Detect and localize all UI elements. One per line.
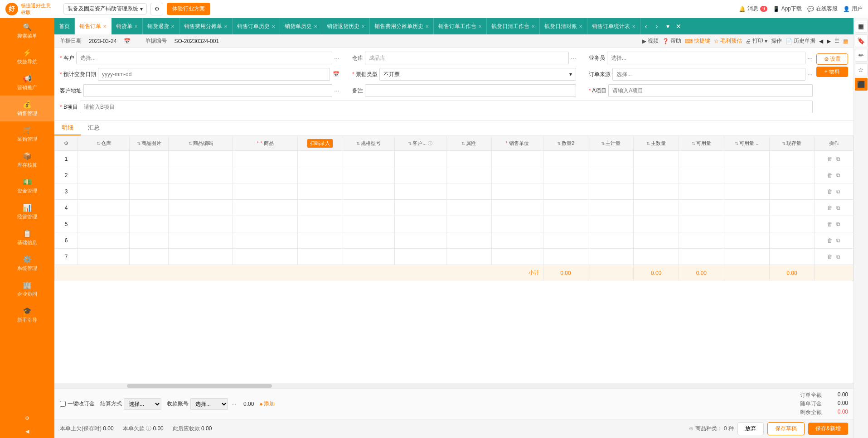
row-attr-2[interactable] bbox=[446, 167, 491, 183]
row-customer-code-4[interactable] bbox=[394, 200, 446, 216]
th-stock[interactable]: ⇅现存量 bbox=[769, 136, 815, 151]
current-due-help-icon[interactable]: ⓘ bbox=[146, 425, 151, 432]
row-product-6[interactable] bbox=[233, 232, 298, 249]
sidebar-item-inventory[interactable]: 📦 库存核算 bbox=[0, 147, 54, 173]
right-panel-icon-1[interactable]: ▦ bbox=[855, 20, 868, 33]
row-spec-7[interactable] bbox=[343, 249, 394, 265]
b-project-input[interactable] bbox=[80, 101, 813, 113]
staff-input[interactable] bbox=[607, 52, 805, 64]
view-list-icon[interactable]: ☰ bbox=[834, 38, 839, 44]
delete-icon-2[interactable]: 🗑 bbox=[827, 172, 833, 178]
industry-button[interactable]: 体验行业方案 bbox=[167, 3, 210, 15]
row-main-qty-7[interactable] bbox=[634, 249, 679, 265]
row-product-4[interactable] bbox=[233, 200, 298, 216]
sidebar-item-enterprise[interactable]: 🏢 企业协同 bbox=[0, 276, 54, 302]
row-sku-3[interactable] bbox=[168, 183, 233, 200]
row-attr-6[interactable] bbox=[446, 232, 491, 249]
row-main-qty-2[interactable] bbox=[634, 167, 679, 183]
row-spec-4[interactable] bbox=[343, 200, 394, 216]
save-new-button[interactable]: 保存&新增 bbox=[808, 423, 848, 435]
row-main-qty-1[interactable] bbox=[634, 151, 679, 167]
tab-close-daily-reconcile[interactable]: ✕ bbox=[579, 24, 582, 29]
sidebar-settings-bottom[interactable]: ⚙ bbox=[0, 412, 54, 425]
tab-sales-stat[interactable]: 销售订单统计表 ✕ bbox=[587, 18, 640, 34]
row-spec-3[interactable] bbox=[343, 183, 394, 200]
row-warehouse-2[interactable] bbox=[78, 167, 130, 183]
row-spec-6[interactable] bbox=[343, 232, 394, 249]
row-warehouse-7[interactable] bbox=[78, 249, 130, 265]
tab-prev-button[interactable]: ‹ bbox=[640, 18, 651, 34]
row-qty2-4[interactable] bbox=[543, 200, 588, 216]
row-ops-5[interactable]: 🗑 ⧉ bbox=[815, 216, 853, 232]
sidebar-item-purchase[interactable]: 🛒 采购管理 bbox=[0, 121, 54, 147]
row-qty2-6[interactable] bbox=[543, 232, 588, 249]
row-sku-4[interactable] bbox=[168, 200, 233, 216]
calendar-icon[interactable]: 📅 bbox=[124, 38, 131, 44]
row-qty2-2[interactable] bbox=[543, 167, 588, 183]
tab-expense-history[interactable]: 销售费用分摊单历史 ✕ bbox=[370, 18, 434, 34]
barcode-scan-button[interactable]: 扫码录入 bbox=[307, 139, 333, 148]
row-qty2-7[interactable] bbox=[543, 249, 588, 265]
row-unit-1[interactable] bbox=[491, 151, 543, 167]
tab-close-all-button[interactable]: ✕ bbox=[673, 18, 684, 34]
row-spec-5[interactable] bbox=[343, 216, 394, 232]
row-barcode-5[interactable] bbox=[297, 216, 343, 232]
row-attr-5[interactable] bbox=[446, 216, 491, 232]
row-barcode-4[interactable] bbox=[297, 200, 343, 216]
tab-close-daily-workbench[interactable]: ✕ bbox=[531, 24, 535, 29]
row-qty2-5[interactable] bbox=[543, 216, 588, 232]
tab-sales-workbench[interactable]: 销售订单工作台 ✕ bbox=[434, 18, 487, 34]
row-unit-4[interactable] bbox=[491, 200, 543, 216]
th-avail2[interactable]: ⇅可用量... bbox=[724, 136, 769, 151]
row-warehouse-6[interactable] bbox=[78, 232, 130, 249]
th-sku[interactable]: ⇅商品编码 bbox=[168, 136, 233, 151]
add-material-button[interactable]: + 物料 bbox=[816, 67, 848, 77]
print-button[interactable]: 🖨 打印 ▾ bbox=[746, 37, 767, 45]
delete-icon-4[interactable]: 🗑 bbox=[827, 205, 833, 211]
row-qty2-3[interactable] bbox=[543, 183, 588, 200]
row-barcode-1[interactable] bbox=[297, 151, 343, 167]
th-qty2[interactable]: ⇅数量2 bbox=[543, 136, 588, 151]
row-warehouse-1[interactable] bbox=[78, 151, 130, 167]
shortcut-button[interactable]: ⌨ 快捷键 bbox=[685, 37, 710, 45]
row-attr-3[interactable] bbox=[446, 183, 491, 200]
tab-daily-reconcile[interactable]: 钱货日清对账 ✕ bbox=[540, 18, 587, 34]
grid-view-icon[interactable]: ▦ bbox=[843, 38, 848, 44]
tab-invoice-history[interactable]: 销货单历史 ✕ bbox=[280, 18, 322, 34]
invoice-select[interactable]: 不开票 ▾ bbox=[379, 68, 576, 81]
row-customer-code-3[interactable] bbox=[394, 183, 446, 200]
tab-sales-order-history[interactable]: 销售订单历史 ✕ bbox=[233, 18, 280, 34]
warehouse-input[interactable] bbox=[365, 52, 569, 64]
right-panel-icon-2[interactable]: 🔖 bbox=[855, 34, 868, 47]
row-barcode-6[interactable] bbox=[297, 232, 343, 249]
copy-icon-5[interactable]: ⧉ bbox=[836, 221, 840, 227]
row-spec-1[interactable] bbox=[343, 151, 394, 167]
tab-sales-invoice[interactable]: 销货单 ✕ bbox=[112, 18, 143, 34]
th-barcode[interactable]: 扫码录入 bbox=[297, 136, 343, 151]
row-sku-7[interactable] bbox=[168, 249, 233, 265]
tab-return-history[interactable]: 销货退货历史 ✕ bbox=[322, 18, 370, 34]
profit-button[interactable]: ☆ 毛利预估 bbox=[714, 37, 742, 45]
th-attr[interactable]: ⇅属性 bbox=[446, 136, 491, 151]
row-product-7[interactable] bbox=[233, 249, 298, 265]
row-product-1[interactable] bbox=[233, 151, 298, 167]
payment-select[interactable]: 选择... bbox=[124, 398, 161, 410]
row-sku-1[interactable] bbox=[168, 151, 233, 167]
row-unit-3[interactable] bbox=[491, 183, 543, 200]
tab-close-sales-stat[interactable]: ✕ bbox=[632, 24, 635, 29]
sidebar-item-quick[interactable]: ⚡ 快捷导航 bbox=[0, 44, 54, 70]
th-customer-code[interactable]: ⇅客户... ⓘ bbox=[394, 136, 446, 151]
settings-config-button[interactable]: ⚙ 设置 bbox=[816, 53, 848, 65]
goods-count-icon[interactable]: ⊙ bbox=[689, 425, 693, 432]
discard-button[interactable]: 放弃 bbox=[737, 422, 764, 435]
tab-close-expense-history[interactable]: ✕ bbox=[425, 24, 429, 29]
row-customer-code-2[interactable] bbox=[394, 167, 446, 183]
row-unit-6[interactable] bbox=[491, 232, 543, 249]
tab-detail[interactable]: 明细 bbox=[54, 121, 81, 135]
remarks-input[interactable] bbox=[365, 84, 576, 97]
th-settings[interactable]: ⚙ bbox=[55, 136, 78, 151]
sidebar-item-system[interactable]: ⚙️ 系统管理 bbox=[0, 250, 54, 276]
tab-sales-order[interactable]: 销售订单 ✕ bbox=[75, 18, 112, 34]
save-draft-button[interactable]: 保存草稿 bbox=[767, 422, 805, 435]
copy-icon-2[interactable]: ⧉ bbox=[836, 172, 840, 178]
